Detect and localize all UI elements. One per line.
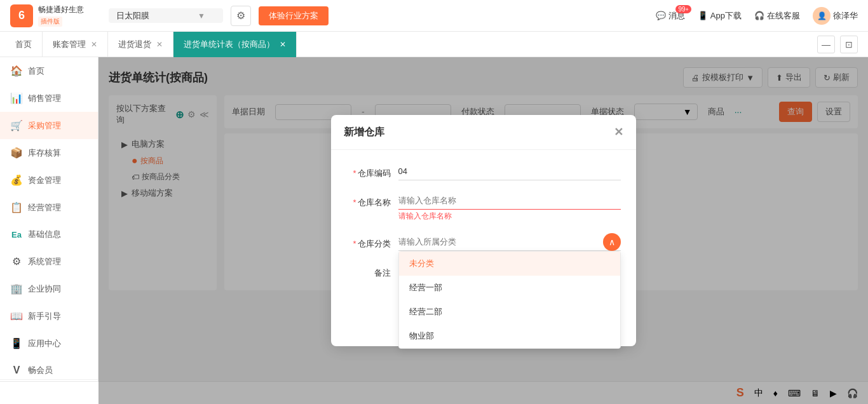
modal-overlay[interactable]: 新增仓库 ✕ *仓库编码 *仓库名称	[98, 57, 868, 404]
search-input[interactable]	[116, 11, 193, 20]
sidebar-item-sales[interactable]: 📊 销售管理	[0, 84, 98, 112]
sidebar-item-enterprise[interactable]: 🏢 企业协同	[0, 275, 98, 302]
top-header: 6 畅捷通好生意 插件版 ▼ ⚙ 体验行业方案 💬 消息 99+ 📱 App下载…	[0, 0, 868, 32]
app-center-icon: 📱	[10, 337, 23, 349]
dialog-close-button[interactable]: ✕	[614, 125, 623, 139]
dialog-title: 新增仓库	[344, 126, 384, 139]
category-label: *仓库分类	[346, 233, 391, 250]
tab-bar: 首页 账套管理 ✕ 进货退货 ✕ 进货单统计表（按商品） ✕ — ⊡	[0, 32, 868, 57]
notes-label: 备注	[346, 262, 391, 279]
tab-maximize-button[interactable]: ⊡	[840, 36, 858, 53]
main-layout: 🏠 首页 📊 销售管理 🛒 采购管理 📦 库存核算 💰 资金管理 📋 经营管理 …	[0, 57, 868, 404]
dropdown-option-property[interactable]: 物业部	[399, 324, 620, 348]
form-row-name: *仓库名称 请输入仓库名称	[346, 192, 621, 222]
vip-icon: V	[10, 365, 23, 376]
sidebar: 🏠 首页 📊 销售管理 🛒 采购管理 📦 库存核算 💰 资金管理 📋 经营管理 …	[0, 57, 98, 404]
sidebar-item-app-center[interactable]: 📱 应用中心	[0, 330, 98, 357]
purchase-icon: 🛒	[10, 119, 23, 131]
sidebar-item-system[interactable]: ⚙ 系统管理	[0, 248, 98, 275]
tab-bar-right: — ⊡	[817, 36, 863, 53]
logo-text: 畅捷通好生意 插件版	[38, 4, 84, 27]
notification-badge: 99+	[675, 5, 691, 13]
finance-icon: 💰	[10, 174, 23, 186]
tab-close-purchase-return[interactable]: ✕	[156, 40, 163, 49]
dialog-body: *仓库编码 *仓库名称 请输入仓库名称	[331, 150, 636, 304]
warehouse-code-input[interactable]	[398, 163, 621, 180]
tab-home[interactable]: 首页	[5, 32, 43, 57]
dropdown-option-dept2[interactable]: 经营二部	[399, 300, 620, 324]
notifications-button[interactable]: 💬 消息 99+	[656, 10, 685, 22]
tab-close-purchase-stats[interactable]: ✕	[280, 40, 286, 49]
sidebar-item-inventory[interactable]: 📦 库存核算	[0, 139, 98, 166]
category-dropdown-list: 未分类 经营一部 经营二部 物业部	[398, 251, 621, 349]
operations-icon: 📋	[10, 201, 23, 213]
tab-purchase-stats[interactable]: 进货单统计表（按商品） ✕	[173, 32, 297, 57]
sidebar-item-home[interactable]: 🏠 首页	[0, 57, 98, 84]
sidebar-item-finance[interactable]: 💰 资金管理	[0, 166, 98, 194]
dropdown-option-dept1[interactable]: 经营一部	[399, 276, 620, 300]
mobile-icon: 📱	[698, 11, 708, 20]
dialog-header: 新增仓库 ✕	[331, 115, 636, 150]
enterprise-icon: 🏢	[10, 283, 23, 295]
tab-close-account[interactable]: ✕	[91, 40, 97, 49]
header-right: 💬 消息 99+ 📱 App下载 🎧 在线客服 👤 徐泽华	[656, 7, 858, 25]
category-input[interactable]	[398, 233, 621, 251]
header-search-box[interactable]: ▼	[109, 8, 223, 23]
search-dropdown-arrow[interactable]: ▼	[198, 11, 205, 20]
form-row-category: *仓库分类 ∧ 未分类 经营一部 经营二部 物业部	[346, 233, 621, 251]
online-service-button[interactable]: 🎧 在线客服	[754, 10, 800, 22]
inventory-icon: 📦	[10, 147, 23, 159]
tab-minimize-button[interactable]: —	[817, 36, 835, 53]
sidebar-item-purchase[interactable]: 🛒 采购管理	[0, 112, 98, 139]
code-label: *仓库编码	[346, 163, 391, 179]
name-label: *仓库名称	[346, 192, 391, 208]
trial-button[interactable]: 体验行业方案	[259, 6, 329, 25]
tab-account[interactable]: 账套管理 ✕	[43, 32, 108, 57]
category-dropdown-toggle[interactable]: ∧	[603, 233, 621, 251]
basic-info-icon: Ea	[10, 230, 23, 239]
dialog-new-warehouse: 新增仓库 ✕ *仓库编码 *仓库名称	[331, 115, 636, 346]
sidebar-item-basic-info[interactable]: Ea 基础信息	[0, 221, 98, 248]
dropdown-option-unclassified[interactable]: 未分类	[399, 252, 620, 276]
sales-icon: 📊	[10, 92, 23, 104]
category-select-wrap: ∧ 未分类 经营一部 经营二部 物业部	[398, 233, 621, 251]
tab-purchase-return[interactable]: 进货退货 ✕	[108, 32, 173, 57]
system-icon: ⚙	[10, 255, 23, 267]
warehouse-name-input[interactable]	[398, 192, 621, 210]
name-error-message: 请输入仓库名称	[398, 211, 621, 222]
sidebar-item-guide[interactable]: 📖 新手引导	[0, 302, 98, 330]
content-area: 进货单统计(按商品) 🖨 按模板打印 ▼ ⬆ 导出 ↻ 刷新	[98, 57, 868, 404]
home-icon: 🏠	[10, 65, 23, 77]
guide-icon: 📖	[10, 310, 23, 322]
sidebar-item-operations[interactable]: 📋 经营管理	[0, 194, 98, 221]
logo-area: 6 畅捷通好生意 插件版	[10, 4, 109, 27]
name-input-wrap: 请输入仓库名称	[398, 192, 621, 222]
logo-icon: 6	[10, 4, 33, 27]
settings-gear-button[interactable]: ⚙	[231, 6, 251, 26]
bell-icon: 💬	[656, 11, 666, 20]
app-download-button[interactable]: 📱 App下载	[698, 10, 742, 22]
user-profile-button[interactable]: 👤 徐泽华	[813, 7, 858, 25]
form-row-code: *仓库编码	[346, 163, 621, 180]
avatar: 👤	[813, 7, 831, 25]
headset-icon: 🎧	[754, 11, 764, 20]
